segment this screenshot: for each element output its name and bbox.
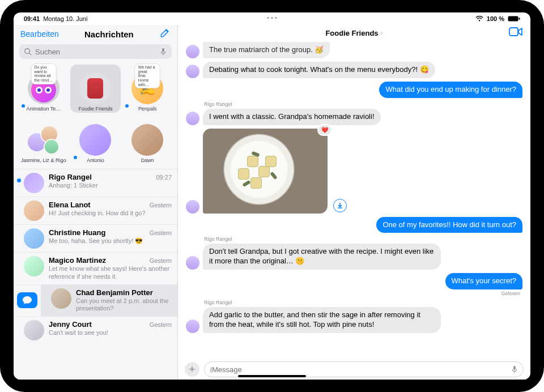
pin-avatar	[131, 124, 163, 156]
facetime-button[interactable]	[509, 27, 522, 39]
unread-dot-icon	[17, 178, 21, 182]
wifi-icon	[475, 16, 483, 22]
save-photo-button[interactable]	[333, 199, 347, 212]
facetime-icon	[509, 27, 522, 36]
sender-label: Rigo Rangel	[204, 236, 522, 242]
pinned-conversation[interactable]: We had a great time. Home with… ✍️ Penpa…	[122, 65, 173, 113]
chevron-right-icon: ›	[381, 29, 383, 37]
message-input[interactable]	[210, 365, 511, 374]
unread-dot-icon	[74, 156, 77, 159]
apps-plus-button[interactable]: +	[185, 362, 199, 377]
pin-label: Penpals	[138, 106, 157, 112]
search-input[interactable]	[35, 48, 156, 56]
dictation-icon[interactable]	[159, 48, 167, 56]
conversation-row[interactable]: Rigo Rangel09:27 Anhang: 1 Sticker	[14, 169, 177, 197]
avatar	[186, 256, 199, 270]
conversation-header[interactable]: Foodie Friends ›	[178, 25, 530, 41]
avatar	[186, 112, 199, 125]
avatar	[24, 173, 44, 193]
pinned-conversation[interactable]: Dawn	[122, 116, 173, 164]
message-incoming[interactable]: I went with a classic. Grandpa's homemad…	[186, 109, 522, 125]
pin-label: Foodie Friends	[78, 106, 112, 112]
pin-label: Dawn	[141, 157, 154, 163]
conversation-row[interactable]: Magico MartinezGestern Let me know what …	[14, 252, 177, 284]
message-incoming[interactable]: Don't tell Grandpa, but I got creative w…	[186, 244, 522, 270]
edit-button[interactable]: Bearbeiten	[20, 29, 59, 39]
pin-avatar	[79, 124, 111, 156]
battery-percent: 100 %	[487, 15, 504, 22]
svg-rect-7	[513, 366, 516, 370]
sender-label: Rigo Rangel	[204, 300, 522, 305]
conversation-row[interactable]: Christine HuangGestern Me too, haha. See…	[14, 224, 177, 252]
svg-line-4	[29, 53, 32, 56]
message-incoming[interactable]: Add garlic to the butter, and then stir …	[186, 307, 522, 333]
avatar	[186, 65, 199, 78]
avatar	[24, 256, 44, 276]
message-outgoing[interactable]: One of my favorites!! How did it turn ou…	[186, 217, 522, 233]
sidebar-title: Nachrichten	[84, 29, 134, 39]
status-bar: 09:41 Montag 10. Juni 100 %	[14, 12, 530, 25]
search-field[interactable]	[19, 44, 172, 59]
pin-avatar	[79, 73, 111, 104]
conversation-sidebar: Bearbeiten Nachrichten	[14, 25, 178, 380]
conversation-name: Christine Huang	[49, 228, 105, 237]
dictation-icon[interactable]	[511, 365, 518, 373]
conversation-time: Gestern	[150, 202, 172, 208]
svg-rect-6	[509, 28, 518, 36]
can-icon	[87, 78, 103, 99]
pinned-conversation[interactable]: Jasmine, Liz & Rigo	[18, 116, 69, 164]
message-bubble: What's your secret?	[445, 273, 522, 289]
conversation-snippet: Can't wait to see you!	[49, 329, 172, 337]
conversation-row[interactable]: Elena LanotGestern Hi! Just checking in.…	[14, 197, 177, 224]
message-incoming[interactable]: Debating what to cook tonight. What's on…	[186, 62, 522, 78]
sender-label: Rigo Rangel	[204, 101, 522, 107]
multitasking-indicator-icon[interactable]	[267, 17, 277, 19]
avatar	[186, 319, 199, 333]
svg-point-3	[25, 49, 30, 54]
chat-bubble-icon	[22, 296, 32, 305]
unread-dot-icon	[125, 104, 129, 108]
message-bubble: One of my favorites!! How did it turn ou…	[376, 217, 522, 233]
message-outgoing[interactable]: What's your secret?	[186, 273, 522, 289]
message-list[interactable]: The true matriarch of the group. 🥳 Debat…	[178, 41, 530, 358]
conversation-row[interactable]: Chad Benjamin Potter Can you meet at 2 p…	[41, 284, 177, 317]
conversation-title: Foodie Friends	[325, 29, 378, 37]
conversation-name: Magico Martinez	[49, 256, 106, 265]
unread-dot-icon	[22, 104, 25, 108]
home-indicator[interactable]	[238, 375, 306, 377]
conversation-pane: Foodie Friends › The true matriarch of t…	[178, 25, 530, 380]
status-date: Montag 10. Juni	[43, 15, 87, 22]
messages-app-tile[interactable]	[17, 292, 37, 308]
conversation-name: Rigo Rangel	[49, 173, 92, 181]
pin-label: Animation Te…	[26, 106, 61, 112]
pinned-conversation[interactable]: Do you want to review all the rend… Anim…	[18, 65, 69, 113]
status-time: 09:41	[24, 15, 40, 22]
tapback-heart-icon[interactable]: ❤️	[317, 124, 332, 136]
pinned-conversation[interactable]: Antonio	[70, 116, 121, 164]
message-outgoing[interactable]: What did you end up making for dinner?	[186, 82, 522, 98]
read-receipt: Gelesen	[186, 291, 522, 296]
compose-icon	[159, 27, 171, 39]
message-bubble: Debating what to cook tonight. What's on…	[203, 62, 435, 78]
svg-rect-1	[519, 18, 520, 20]
conversation-list: Rigo Rangel09:27 Anhang: 1 Sticker Elena…	[14, 169, 177, 380]
pin-message-preview: Do you want to review all the rend…	[31, 63, 56, 84]
conversation-row[interactable]: Jenny CourtGestern Can't wait to see you…	[14, 316, 177, 344]
conversation-time: 09:27	[156, 174, 172, 181]
message-incoming[interactable]: The true matriarch of the group. 🥳	[186, 42, 522, 58]
message-bubble: I went with a classic. Grandpa's homemad…	[203, 109, 381, 125]
avatar	[24, 320, 44, 340]
message-incoming-photo[interactable]: ❤️	[186, 129, 522, 214]
pinned-conversation[interactable]: Foodie Friends	[70, 65, 121, 113]
svg-rect-5	[162, 48, 164, 52]
conversation-snippet: Me too, haha. See you shortly! 😎	[49, 237, 172, 245]
conversation-snippet: Anhang: 1 Sticker	[49, 182, 172, 190]
compose-button[interactable]	[159, 27, 171, 41]
avatar	[186, 45, 199, 58]
conversation-time: Gestern	[150, 229, 172, 236]
compose-bar: +	[178, 358, 530, 380]
avatar	[24, 201, 44, 221]
photo-attachment[interactable]	[203, 129, 328, 214]
conversation-snippet: Can you meet at 2 p.m. about the present…	[76, 297, 172, 313]
conversation-snippet: Hi! Just checking in. How did it go?	[49, 210, 172, 218]
